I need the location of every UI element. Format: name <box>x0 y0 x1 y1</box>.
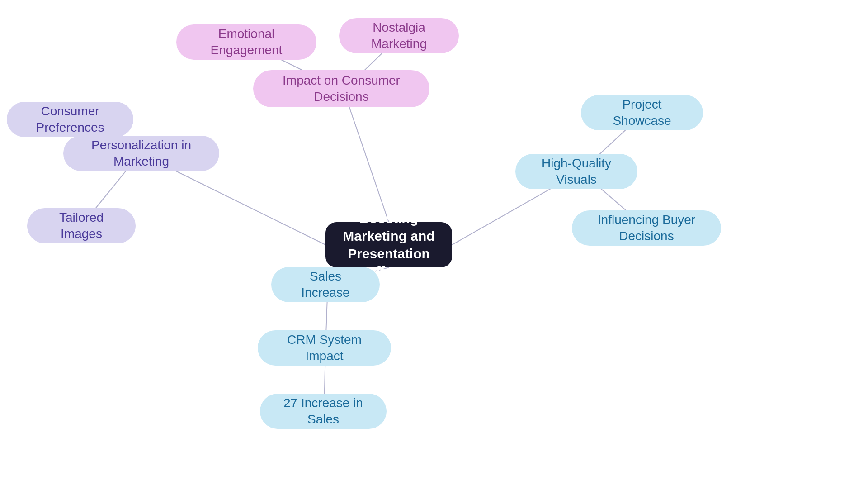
increase-sales-node[interactable]: 27 Increase in Sales <box>260 394 387 429</box>
consumer-preferences-node[interactable]: Consumer Preferences <box>7 102 133 137</box>
svg-line-0 <box>344 90 389 222</box>
sales-increase-node[interactable]: Sales Increase <box>271 267 380 302</box>
emotional-engagement-node[interactable]: Emotional Engagement <box>176 24 316 60</box>
project-showcase-node[interactable]: Project Showcase <box>581 95 703 130</box>
personalization-node[interactable]: Personalization in Marketing <box>63 136 219 171</box>
nostalgia-marketing-node[interactable]: Nostalgia Marketing <box>339 18 459 53</box>
influencing-buyer-node[interactable]: Influencing Buyer Decisions <box>572 210 721 246</box>
tailored-images-node[interactable]: Tailored Images <box>27 208 136 243</box>
center-node[interactable]: Boosting Marketing and Presentation Effo… <box>326 222 452 267</box>
crm-impact-node[interactable]: CRM System Impact <box>258 330 391 366</box>
impact-consumer-node[interactable]: Impact on Consumer Decisions <box>253 70 429 107</box>
high-quality-visuals-node[interactable]: High-Quality Visuals <box>515 154 637 189</box>
